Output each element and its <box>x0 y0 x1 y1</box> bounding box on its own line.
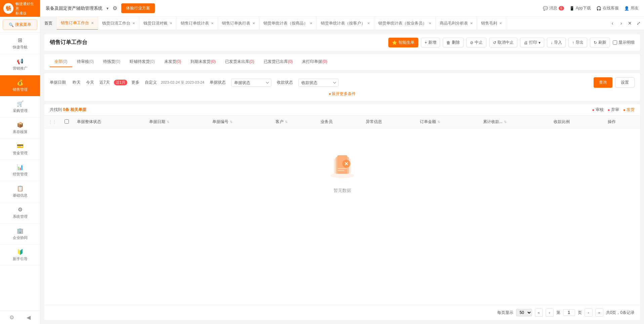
last-page-btn[interactable]: » <box>595 309 603 317</box>
sidebar-item-finance[interactable]: 💳资金管理 <box>0 139 40 160</box>
delete-btn[interactable]: 🗑 删除 <box>443 38 464 47</box>
sidebar-item-quick-nav[interactable]: ⊞快捷导航 <box>0 33 40 54</box>
filter-tab-all[interactable]: 全部(0) <box>50 57 72 67</box>
payment-status-select[interactable]: 收款状态 <box>298 79 339 87</box>
next-page-btn[interactable]: › <box>585 309 593 317</box>
tab-close-sales-exec[interactable]: ✕ <box>252 22 255 25</box>
print-btn[interactable]: 🖨 打印 ▾ <box>520 38 544 47</box>
industry-solution-btn[interactable]: 体验行业方案 <box>121 3 155 13</box>
tab-cash-daily[interactable]: 钱货日清工作台✕ <box>98 17 139 30</box>
page-input[interactable] <box>563 309 575 316</box>
show-detail-label[interactable]: 显示明细 <box>613 40 635 45</box>
tab-close-sales-order[interactable]: ✕ <box>91 21 94 25</box>
tab-sales-gross[interactable]: 销售毛利✕ <box>477 17 506 30</box>
sidebar-item-purchase[interactable]: 🛒采购管理 <box>0 96 40 118</box>
cancel-pause-icon: ↺ <box>493 40 496 45</box>
table-area: 共找到 0条 相关单据 ● 审核 ● 弃审 ● 发货 <box>44 104 640 320</box>
sidebar-item-system[interactable]: ⚙系统管理 <box>0 202 40 224</box>
th-collected[interactable]: 累计收款... <box>479 116 550 128</box>
tab-sales-summary-staff[interactable]: 销货单统计表（按业务员）✕ <box>374 17 436 30</box>
th-customer[interactable]: 客户 <box>271 116 316 128</box>
filter-tab-expired-not-shipped[interactable]: 到期未发货(0) <box>186 57 220 67</box>
filter-tab-shipped-not-in[interactable]: 已发货未出库(0) <box>220 57 259 67</box>
tab-close-margin-analysis[interactable]: ✕ <box>470 22 473 25</box>
filter-tab-wangpu-pending[interactable]: 旺铺待发货(0) <box>125 57 160 67</box>
tab-margin-analysis[interactable]: 商品毛利分析表✕ <box>436 17 477 30</box>
filter-tab-not-shipped[interactable]: 未发货(0) <box>160 57 186 67</box>
settings-bottom-icon[interactable]: ⚙ <box>9 314 14 321</box>
sidebar-item-inventory[interactable]: 📦库存核算 <box>0 118 40 139</box>
th-number[interactable]: 单据编号 <box>208 116 271 128</box>
app-download-item[interactable]: 📱 App下载 <box>569 5 591 11</box>
page-size-select[interactable]: 50 <box>516 309 532 316</box>
pause-btn[interactable]: ⊘ 中止 <box>466 38 486 47</box>
tab-close-sales-summary-product[interactable]: ✕ <box>310 22 312 25</box>
tab-close-sales-stats[interactable]: ✕ <box>211 22 214 25</box>
date-opt-7days[interactable]: 近7天 <box>98 79 111 86</box>
tab-close-all[interactable]: ✕ <box>626 19 634 27</box>
sidebar-item-sales[interactable]: 💰销售管理 <box>0 75 40 96</box>
tab-sales-exec[interactable]: 销售订单执行表✕ <box>218 17 259 30</box>
select-all-checkbox[interactable] <box>65 119 69 124</box>
tab-cash-reconcile[interactable]: 钱货日清对账✕ <box>139 17 177 30</box>
tab-sales-stats[interactable]: 销售订单统计表✕ <box>177 17 218 30</box>
th-amount[interactable]: 订单金额 <box>416 116 479 128</box>
th-check[interactable] <box>60 116 73 128</box>
settings-btn[interactable]: 设置 <box>615 77 635 88</box>
th-date[interactable]: 单据日期 <box>145 116 208 128</box>
batch-cancel-review-btn[interactable]: ● 弃审 <box>608 107 619 113</box>
cancel-pause-btn[interactable]: ↺ 取消中止 <box>489 38 517 47</box>
review-dot: ● <box>592 108 594 112</box>
tab-close-cash-daily[interactable]: ✕ <box>132 22 135 25</box>
filter-tab-pending-inspect[interactable]: 待拣货(0) <box>98 57 125 67</box>
sidebar-item-basic[interactable]: 📋基础信息 <box>0 181 40 202</box>
sidebar-item-enterprise[interactable]: 🏢企业协同 <box>0 224 40 245</box>
tab-home[interactable]: 首页 <box>40 17 57 30</box>
online-service-item[interactable]: 🎧 在线客服 <box>596 5 619 11</box>
export-btn[interactable]: ↑ 导出 <box>568 38 587 47</box>
bill-status-select[interactable]: 单据状态 <box>231 79 271 87</box>
date-opt-yesterday[interactable]: 昨天 <box>71 79 82 86</box>
batch-ship-btn[interactable]: ● 发货 <box>623 107 635 113</box>
date-opt-more[interactable]: 更多 <box>130 79 141 86</box>
sidebar-item-operations[interactable]: 📊经营管理 <box>0 160 40 181</box>
batch-review-btn[interactable]: ● 审核 <box>592 107 603 113</box>
tab-sales-order[interactable]: 销售订单工作台✕ <box>57 17 98 30</box>
date-opt-today[interactable]: 今天 <box>85 79 95 86</box>
expand-conditions-btn[interactable]: ▾ 展开更多条件 <box>329 91 356 97</box>
smart-create-btn[interactable]: ⭐ 智能生单 <box>388 38 418 47</box>
prev-page-btn[interactable]: ‹ <box>546 309 554 317</box>
filter-tab-shipped-in[interactable]: 已发货已出库(0) <box>259 57 298 67</box>
message-item[interactable]: 💬 消息 6 <box>543 5 564 11</box>
tab-scroll-right[interactable]: › <box>617 19 625 27</box>
user-item[interactable]: 👤 用友 <box>624 5 639 11</box>
collapse-sidebar-btn[interactable]: ◀ <box>27 314 31 321</box>
topbar-settings-icon[interactable]: ⚙ <box>113 5 117 11</box>
sidebar-item-marketing[interactable]: 📢营销推广 <box>0 54 40 75</box>
sidebar-item-guide[interactable]: 🔰新手引导 <box>0 245 40 266</box>
first-page-btn[interactable]: « <box>535 309 543 317</box>
date-opt-1month[interactable]: 近1月 <box>114 80 127 85</box>
add-btn[interactable]: + 新增 <box>421 38 440 47</box>
system-dropdown[interactable]: ▾ <box>106 6 109 11</box>
table-toolbar: 共找到 0条 相关单据 ● 审核 ● 弃审 ● 发货 <box>44 104 640 116</box>
date-opt-custom[interactable]: 自定义 <box>143 79 158 86</box>
tab-close-sales-gross[interactable]: ✕ <box>499 22 502 25</box>
tab-close-sales-summary-staff[interactable]: ✕ <box>429 22 431 25</box>
tab-maximize[interactable]: ⤢ <box>635 19 643 27</box>
tab-close-sales-summary-customer[interactable]: ✕ <box>367 22 370 25</box>
tab-close-cash-reconcile[interactable]: ✕ <box>170 22 172 25</box>
nav-icon-quick-nav: ⊞ <box>18 37 22 43</box>
tab-sales-summary-product[interactable]: 销货单统计表（按商品）✕ <box>259 17 317 30</box>
refresh-btn[interactable]: ↻ 刷新 <box>590 38 610 47</box>
import-btn[interactable]: ↓ 导入 <box>547 38 566 47</box>
show-detail-checkbox[interactable] <box>613 40 617 45</box>
tab-scroll-left[interactable]: ‹ <box>608 19 616 27</box>
search-menu-button[interactable]: 🔍 搜索菜单 <box>3 19 37 30</box>
filter-tab-pending-review[interactable]: 待审核(0) <box>72 57 99 67</box>
tab-sales-summary-customer[interactable]: 销货单统计表（按客户）✕ <box>317 17 374 30</box>
query-btn[interactable]: 查询 <box>594 77 612 88</box>
tab-label-sales-summary-staff: 销货单统计表（按业务员） <box>378 21 427 26</box>
tab-label-sales-exec: 销售订单执行表 <box>222 21 250 26</box>
filter-tab-not-printed[interactable]: 未打印单据(0) <box>297 57 332 67</box>
